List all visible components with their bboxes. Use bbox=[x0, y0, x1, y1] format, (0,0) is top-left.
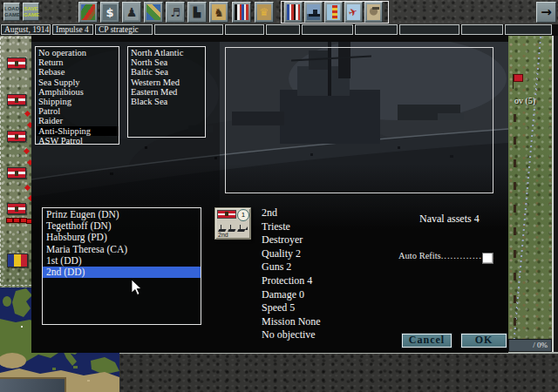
unit-counter[interactable]: 1 2nd bbox=[214, 207, 251, 240]
unit-marker bbox=[24, 185, 31, 191]
gramophone-icon: ♬ bbox=[168, 4, 182, 20]
operation-item[interactable]: No operation bbox=[36, 48, 119, 57]
detail-objective: No objective bbox=[262, 328, 321, 342]
cavalry-icon: ♞ bbox=[212, 4, 226, 20]
mouse-cursor bbox=[131, 279, 143, 296]
cancel-button[interactable]: Cancel bbox=[402, 334, 452, 348]
status-bar: August, 1914 Impulse 4 CP strategic bbox=[1, 24, 552, 35]
austria-flag-marker[interactable] bbox=[7, 131, 26, 142]
city-label: ov (5) bbox=[514, 96, 535, 105]
lighthouse-icon bbox=[327, 4, 340, 20]
ship-item[interactable]: Prinz Eugen (DN) bbox=[43, 209, 201, 220]
detail-quality: Quality 2 bbox=[262, 247, 321, 261]
detail-damage: Damage 0 bbox=[262, 288, 321, 302]
toolbar-button-cavalry[interactable]: ♞ bbox=[209, 2, 228, 23]
toolbar-button-biplane[interactable]: ✈ bbox=[344, 2, 363, 23]
toolbar-button-war-flags[interactable] bbox=[284, 2, 303, 23]
sea-zone-item[interactable]: Western Med bbox=[128, 78, 205, 87]
statusbar-phase: CP strategic bbox=[95, 24, 153, 35]
battleship-icon bbox=[307, 4, 320, 20]
toolbar-button-diplomacy[interactable] bbox=[232, 2, 251, 23]
sea-zone-item[interactable]: Black Sea bbox=[128, 97, 205, 106]
map-left-strip[interactable] bbox=[0, 36, 31, 287]
detail-ship-type: Destroyer bbox=[262, 233, 321, 247]
flag-emblem-icon bbox=[15, 206, 18, 212]
flag-emblem-icon bbox=[225, 212, 228, 216]
toolbar-button-battleship[interactable] bbox=[304, 2, 323, 23]
ship-item[interactable]: Habsburg (PD) bbox=[43, 232, 201, 243]
finances-icon: $ bbox=[103, 4, 117, 20]
operation-item[interactable]: Raider bbox=[36, 116, 119, 125]
toolbar-button-lighthouse[interactable] bbox=[324, 2, 343, 23]
statusbar-cell-6 bbox=[302, 24, 353, 35]
statusbar-date: August, 1914 bbox=[1, 24, 51, 35]
austria-flag-marker[interactable] bbox=[7, 94, 26, 105]
toolbar-button-gramophone[interactable]: ♬ bbox=[166, 2, 185, 23]
operations-list[interactable]: No operation Return Rebase Sea Supply Am… bbox=[35, 46, 119, 145]
biplane-icon: ✈ bbox=[347, 4, 360, 20]
ok-button[interactable]: OK bbox=[461, 334, 507, 348]
statusbar-cell-8 bbox=[399, 24, 459, 35]
austria-flag-icon bbox=[217, 210, 236, 219]
flag-emblem-icon bbox=[15, 61, 18, 66]
sea-zones-list[interactable]: North Atlantic North Sea Baltic Sea West… bbox=[127, 46, 206, 138]
detail-protection: Protection 4 bbox=[262, 274, 321, 288]
railway-dashes bbox=[514, 114, 516, 332]
load-game-button[interactable]: LOAD GAME bbox=[3, 3, 20, 21]
ship-photo-frame bbox=[225, 47, 493, 193]
lighthouse-tower-shape bbox=[332, 5, 337, 19]
statusbar-impulse: Impulse 4 bbox=[52, 24, 93, 35]
toolbar-button-soldier-portrait[interactable] bbox=[364, 2, 383, 23]
infantry-icon: ♟ bbox=[125, 4, 139, 20]
top-toolbar: LOAD GAME SAVE GAME $ ♟ ♬ ▙ ♞ ♛ ✈ → bbox=[0, 0, 558, 24]
romania-flag-marker[interactable] bbox=[7, 253, 28, 267]
fleet-ships-list[interactable]: Prinz Eugen (DN) Tegetthoff (DN) Habsbur… bbox=[42, 207, 201, 325]
toolbar-button-infantry[interactable]: ♟ bbox=[122, 2, 141, 23]
statusbar-cell-7 bbox=[355, 24, 398, 35]
sea-zone-item[interactable]: North Sea bbox=[128, 57, 205, 67]
map-right-strip[interactable]: ov (5) bbox=[508, 36, 552, 339]
operation-item-selected[interactable]: Anti-Shipping bbox=[36, 126, 119, 136]
toolbar-button-statue[interactable]: ♛ bbox=[255, 2, 274, 23]
toolbar-button-flag-bearer[interactable] bbox=[78, 2, 98, 23]
auto-refits-checkbox[interactable] bbox=[482, 253, 493, 264]
sea-zone-item[interactable]: Baltic Sea bbox=[128, 67, 205, 77]
toolbar-button-boot[interactable]: ▙ bbox=[187, 2, 207, 23]
map-progress-readout: / 0% bbox=[508, 339, 552, 352]
ship-item[interactable]: 1st (DD) bbox=[43, 255, 201, 267]
statusbar-cell-3 bbox=[154, 24, 223, 35]
bottom-panel-band bbox=[119, 352, 558, 392]
operation-item[interactable]: Patrol bbox=[36, 106, 119, 116]
toolbar-button-finances[interactable]: $ bbox=[100, 2, 119, 23]
operation-item[interactable]: Rebase bbox=[36, 67, 119, 77]
ship-details: 2nd Trieste Destroyer Quality 2 Guns 2 P… bbox=[262, 206, 321, 342]
ship-hull-shape bbox=[309, 14, 320, 17]
operation-item[interactable]: ASW Patrol bbox=[36, 136, 119, 145]
austria-flag-marker[interactable] bbox=[7, 203, 26, 214]
boot-icon: ▙ bbox=[190, 4, 204, 20]
naval-operations-dialog: No operation Return Rebase Sea Supply Am… bbox=[31, 42, 508, 353]
flag-emblem-icon bbox=[15, 134, 18, 139]
ship-item[interactable]: Maria Theresa (CA) bbox=[43, 244, 201, 255]
operation-item[interactable]: Return bbox=[36, 57, 119, 67]
save-game-button[interactable]: SAVE GAME bbox=[23, 3, 39, 21]
ship-item-selected[interactable]: 2nd (DD) bbox=[43, 267, 201, 278]
next-turn-button[interactable]: → bbox=[536, 2, 556, 23]
operation-item[interactable]: Sea Supply bbox=[36, 78, 119, 87]
austria-flag-marker[interactable] bbox=[7, 57, 26, 69]
toolbar-button-strategic-map[interactable] bbox=[144, 2, 163, 23]
ship-item[interactable]: Tegetthoff (DN) bbox=[43, 220, 201, 232]
screen-right-edge bbox=[554, 36, 558, 352]
unit-counter-label: 2nd bbox=[218, 232, 228, 238]
statusbar-cell-9 bbox=[461, 24, 503, 35]
austria-flag-marker[interactable] bbox=[7, 167, 26, 179]
sea-zone-item[interactable]: North Atlantic bbox=[128, 48, 205, 57]
operation-item[interactable]: Shipping bbox=[36, 97, 119, 106]
soldier-cap-shape bbox=[372, 7, 379, 10]
city-flag-marker[interactable] bbox=[514, 74, 523, 82]
sea-zone-item[interactable]: Eastern Med bbox=[128, 87, 205, 97]
minimap-corner-panel bbox=[0, 377, 66, 392]
border-marker bbox=[6, 218, 13, 223]
operation-item[interactable]: Amphibious bbox=[36, 87, 119, 97]
detail-unit-name: 2nd bbox=[262, 206, 321, 220]
